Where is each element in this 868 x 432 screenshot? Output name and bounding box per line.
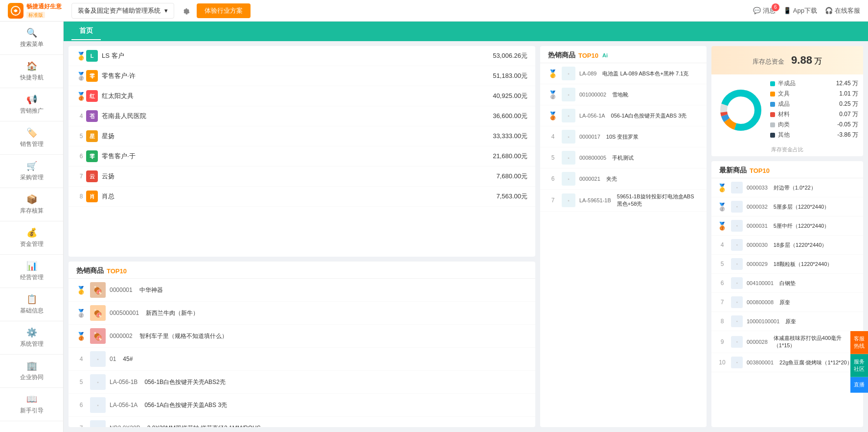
book-icon: 📖 xyxy=(26,394,37,405)
nav-tabs: 首页 xyxy=(64,22,868,41)
hot-product-item: 7 ▪ NB2.0X30B 2.0X30MM双搓花轴,搓花直径2.1MM/ROH… xyxy=(69,417,535,427)
page-content: 🥇 L LS 客户 53,006.26元 🥈 零 零售客户·许 51,183.0… xyxy=(64,41,868,432)
product-name: 056-1A白色按键开关盖ABS 3壳 xyxy=(144,401,227,409)
new-products-header: 最新商品 TOP10 xyxy=(711,161,863,178)
stock-amount: 9.88 xyxy=(791,54,812,66)
sidebar-item-purchase[interactable]: 🛒 采购管理 xyxy=(0,155,63,188)
sidebar-item-search[interactable]: 🔍 搜索菜单 xyxy=(0,22,63,55)
customer-list-item: 🥉 红 红太阳文具 40,925.00元 xyxy=(69,86,535,106)
product-code: 004100001 xyxy=(747,280,774,286)
legend-dot-stationery xyxy=(770,92,775,96)
donut-chart xyxy=(716,86,765,135)
new-product-item: 6 ▪ 004100001 白钢垫 xyxy=(711,274,863,293)
new-product-item: 🥇 ▪ 0000033 封边带（1.0*22） xyxy=(711,178,863,197)
product-name: 056-1A白色按键开关盖ABS 3壳 xyxy=(611,112,699,120)
new-products-list: 🥇 ▪ 0000033 封边带（1.0*22） 🥈 ▪ 0000032 5厘多层… xyxy=(711,178,863,427)
cs-community-button[interactable]: 服务社区 xyxy=(850,354,868,377)
hot-product-item: 5 ▪ LA-056-1B 056-1B白色按键开关壳ABS2壳 xyxy=(69,371,535,394)
sidebar-item-enterprise[interactable]: 🏢 企业协同 xyxy=(0,355,63,388)
product-ranking-item: 6 ▪ 0000021 夹壳 xyxy=(540,168,707,190)
logo-icon xyxy=(8,3,23,19)
product-name: 22g鱼豆腐·烧烤味（1*12*20） xyxy=(779,359,857,366)
customer-list-item: 7 云 云扬 7,680.00元 xyxy=(69,167,535,187)
far-right-area: 库存总资金 9.88 万 xyxy=(711,46,863,427)
system-selector[interactable]: 装备及固定资产辅助管理系统 ▾ xyxy=(71,3,174,19)
product-ranking-item: 4 ▪ 0000017 10S 变扭罗浆 xyxy=(540,126,707,147)
sidebar-item-quicknav[interactable]: 🏠 快捷导航 xyxy=(0,55,63,88)
product-thumbnail: ▪ xyxy=(90,420,106,427)
system-name: 装备及固定资产辅助管理系统 xyxy=(78,6,160,15)
legend-item: 材料 0.07 万 xyxy=(770,110,858,119)
app-label: App下载 xyxy=(793,6,817,15)
hot-product-item: 6 ▪ LA-056-1A 056-1A白色按键开关盖ABS 3壳 xyxy=(69,394,535,417)
product-code: 0000021 xyxy=(579,176,600,182)
tab-home[interactable]: 首页 xyxy=(71,23,101,40)
product-name: 原奎 xyxy=(785,318,857,325)
legend-dot-semifinished xyxy=(770,81,775,86)
service-label: 在线客服 xyxy=(835,6,860,15)
customer-ranking-panel: 🥇 L LS 客户 53,006.26元 🥈 零 零售客户·许 51,183.0… xyxy=(69,46,535,257)
customer-list-item: 6 零 零售客户·于 21,680.00元 xyxy=(69,146,535,167)
product-thumb: ▪ xyxy=(562,172,575,186)
product-ranking-panel: 热销商品 TOP10 Ai 🥇 ▪ LA-089 电池盖 LA-089 ABS本… xyxy=(540,46,707,427)
messages-button[interactable]: 💬 消息 6 xyxy=(753,6,776,15)
legend-item: 肉类 -0.05 万 xyxy=(770,120,858,129)
search-icon: 🔍 xyxy=(26,27,37,38)
online-service-button[interactable]: 🎧 在线客服 xyxy=(825,6,860,15)
customer-list-item: 4 苍 苍南县人民医院 36,600.00元 xyxy=(69,106,535,126)
legend-item: 其他 -3.86 万 xyxy=(770,131,858,139)
trial-button[interactable]: 体验行业方案 xyxy=(197,3,251,18)
legend-dot-finished xyxy=(770,102,775,107)
new-product-thumb: ▪ xyxy=(731,201,743,213)
sidebar-item-basic[interactable]: 📋 基础信息 xyxy=(0,288,63,321)
new-product-item: 8 ▪ 10000100001 原奎 xyxy=(711,312,863,331)
ai-label: Ai xyxy=(602,52,608,58)
sidebar-item-sales[interactable]: 🏷️ 销售管理 xyxy=(0,121,63,155)
sidebar-item-finance[interactable]: 💰 资金管理 xyxy=(0,221,63,255)
hot-product-item: 🥇 🍖 0000001 中华神器 xyxy=(69,279,535,302)
header-right: 💬 消息 6 📱 App下载 🎧 在线客服 xyxy=(753,6,860,15)
settings-gear-button[interactable] xyxy=(178,3,193,18)
product-thumb: ▪ xyxy=(562,193,575,207)
sidebar-item-operations[interactable]: 📊 经营管理 xyxy=(0,255,63,288)
stock-subtitle: 库存资金占比 xyxy=(711,146,863,156)
cs-live-button[interactable]: 直播 xyxy=(850,377,868,393)
product-thumb: ▪ xyxy=(562,151,575,165)
product-thumbnail: 🍖 xyxy=(90,328,106,344)
hot-products-title: 热销商品 xyxy=(76,266,104,275)
product-code: 0000002 xyxy=(110,333,133,339)
product-code: 003800001 xyxy=(747,360,774,365)
sidebar-item-system[interactable]: ⚙️ 系统管理 xyxy=(0,321,63,355)
sidebar-item-marketing[interactable]: 📢 营销推广 xyxy=(0,88,63,121)
product-code: LA-089 xyxy=(579,71,596,76)
hot-products-panel: 热销商品 TOP10 🥇 🍖 0000001 中华神器 🥈 🍖 00050000… xyxy=(69,262,535,427)
panels-area: 🥇 L LS 客户 53,006.26元 🥈 零 零售客户·许 51,183.0… xyxy=(64,41,868,432)
logo-badge: 标准版 xyxy=(26,12,45,18)
sidebar-item-guide[interactable]: 📖 新手引导 xyxy=(0,388,63,421)
legend-item: 文具 1.01 万 xyxy=(770,90,858,98)
product-thumbnail: ▪ xyxy=(90,351,106,367)
stock-summary-panel: 库存总资金 9.88 万 xyxy=(711,46,863,156)
customer-list: 🥇 L LS 客户 53,006.26元 🥈 零 零售客户·许 51,183.0… xyxy=(69,46,535,207)
hot-products-badge: TOP10 xyxy=(107,267,127,275)
product-ranking-header: 热销商品 TOP10 Ai xyxy=(540,46,707,63)
content-area: 首页 🥇 L LS 客户 53,006.26元 🥈 零 零售客户·许 51,18… xyxy=(64,22,868,432)
product-code: 01 xyxy=(110,356,116,362)
new-product-item: 4 ▪ 0000030 18多层（1220*2440） xyxy=(711,236,863,255)
product-thumbnail: ▪ xyxy=(90,374,106,390)
sidebar-item-inventory[interactable]: 📦 库存核算 xyxy=(0,188,63,221)
megaphone-icon: 📢 xyxy=(26,94,37,105)
product-name: 2.0X30MM双搓花轴,搓花直径2.1MM/ROHS xyxy=(147,424,261,428)
product-name: 雪地靴 xyxy=(612,91,699,98)
product-ranking-list: 🥇 ▪ LA-089 电池盖 LA-089 ABS本色+黑种 7.1克 🥈 ▪ … xyxy=(540,63,707,427)
product-name: 056-1B白色按键开关壳ABS2壳 xyxy=(144,378,225,386)
product-code: 0000033 xyxy=(747,185,768,191)
app-download-button[interactable]: 📱 App下载 xyxy=(783,6,817,15)
new-product-item: 5 ▪ 0000029 18颗粒板（1220*2440） xyxy=(711,255,863,274)
product-ranking-item: 🥉 ▪ LA-056-1A 056-1A白色按键开关盖ABS 3壳 xyxy=(540,105,707,126)
legend-dot-other xyxy=(770,133,775,138)
middle-column: 🥇 L LS 客户 53,006.26元 🥈 零 零售客户·许 51,183.0… xyxy=(69,46,535,427)
cs-hotline-button[interactable]: 客服热线 xyxy=(850,331,868,354)
product-code: 0000030 xyxy=(747,242,768,248)
product-ranking-item: 🥇 ▪ LA-089 电池盖 LA-089 ABS本色+黑种 7.1克 xyxy=(540,63,707,84)
